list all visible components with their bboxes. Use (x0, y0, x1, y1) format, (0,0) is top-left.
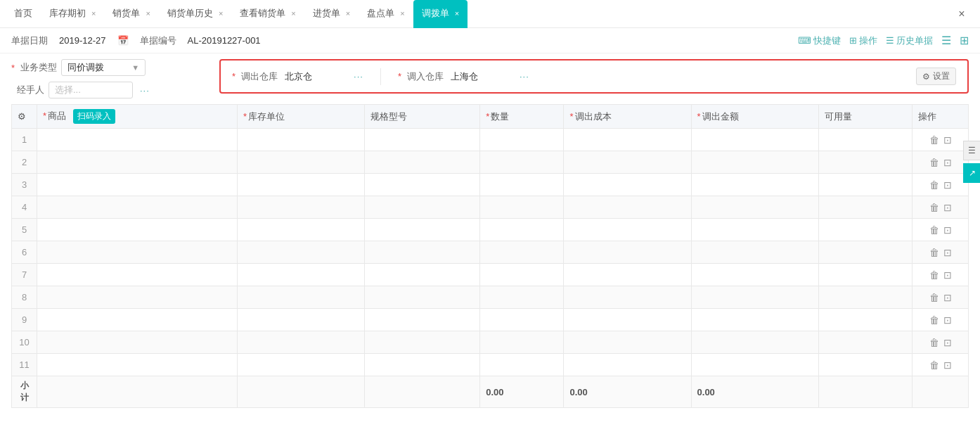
delete-icon[interactable]: 🗑 (929, 224, 939, 236)
operations-btn[interactable]: ⊞ 操作 (849, 34, 877, 47)
cell-qty[interactable] (480, 129, 564, 151)
tab-purchase[interactable]: 进货单 × (304, 0, 359, 28)
tab-sales-order-close[interactable]: × (146, 9, 150, 18)
cell-available[interactable] (818, 354, 912, 376)
tab-sales-history-close[interactable]: × (219, 9, 223, 18)
cell-unit[interactable] (237, 264, 364, 286)
cell-product[interactable] (37, 354, 238, 376)
cell-cost[interactable] (564, 151, 691, 174)
delete-icon[interactable]: 🗑 (929, 134, 939, 146)
cell-available[interactable] (818, 264, 912, 286)
cell-available[interactable] (818, 309, 912, 331)
cell-spec[interactable] (365, 151, 480, 174)
delete-icon[interactable]: 🗑 (929, 337, 939, 348)
cell-available[interactable] (818, 331, 912, 354)
cell-spec[interactable] (365, 219, 480, 241)
tab-sales-history[interactable]: 销货单历史 × (159, 0, 231, 28)
tab-inventory-init[interactable]: 库存期初 × (41, 0, 104, 28)
tab-home[interactable]: 首页 (6, 0, 41, 28)
cell-unit[interactable] (237, 219, 364, 241)
cell-product[interactable] (37, 286, 238, 309)
layout1-btn[interactable]: ☰ (941, 34, 951, 47)
cell-unit[interactable] (237, 129, 364, 151)
cell-available[interactable] (818, 196, 912, 219)
tab-stocktake[interactable]: 盘点单 × (359, 0, 413, 28)
cell-qty[interactable] (480, 151, 564, 174)
cell-available[interactable] (818, 151, 912, 174)
cell-qty[interactable] (480, 196, 564, 219)
cell-product[interactable] (37, 151, 238, 174)
copy-icon[interactable]: ⊡ (943, 179, 952, 191)
cell-product[interactable] (37, 264, 238, 286)
tab-view-sales-close[interactable]: × (291, 9, 295, 18)
tab-transfer-close[interactable]: × (455, 9, 459, 18)
cell-amount[interactable] (691, 219, 818, 241)
cell-available[interactable] (818, 129, 912, 151)
cell-qty[interactable] (480, 331, 564, 354)
copy-icon[interactable]: ⊡ (943, 292, 952, 303)
cell-qty[interactable] (480, 309, 564, 331)
cell-available[interactable] (818, 286, 912, 309)
cell-spec[interactable] (365, 241, 480, 264)
cell-spec[interactable] (365, 331, 480, 354)
delete-icon[interactable]: 🗑 (929, 179, 939, 191)
cell-product[interactable] (37, 219, 238, 241)
cell-unit[interactable] (237, 241, 364, 264)
cell-amount[interactable] (691, 196, 818, 219)
cell-spec[interactable] (365, 286, 480, 309)
copy-icon[interactable]: ⊡ (943, 337, 952, 348)
cell-amount[interactable] (691, 174, 818, 196)
copy-icon[interactable]: ⊡ (943, 224, 952, 236)
cell-cost[interactable] (564, 174, 691, 196)
cell-cost[interactable] (564, 219, 691, 241)
cell-qty[interactable] (480, 354, 564, 376)
cell-qty[interactable] (480, 174, 564, 196)
cell-product[interactable] (37, 196, 238, 219)
cell-cost[interactable] (564, 241, 691, 264)
copy-icon[interactable]: ⊡ (943, 202, 952, 213)
cell-cost[interactable] (564, 331, 691, 354)
tab-stocktake-close[interactable]: × (400, 9, 404, 18)
cell-qty[interactable] (480, 264, 564, 286)
cell-cost[interactable] (564, 286, 691, 309)
in-warehouse-more-icon[interactable]: ··· (520, 71, 529, 82)
delete-icon[interactable]: 🗑 (929, 202, 939, 213)
cell-spec[interactable] (365, 354, 480, 376)
tab-inventory-init-close[interactable]: × (91, 9, 96, 18)
delete-icon[interactable]: 🗑 (929, 359, 939, 371)
cell-unit[interactable] (237, 196, 364, 219)
cell-spec[interactable] (365, 129, 480, 151)
copy-icon[interactable]: ⊡ (943, 269, 952, 281)
cell-amount[interactable] (691, 286, 818, 309)
layout2-btn[interactable]: ⊞ (960, 34, 969, 47)
copy-icon[interactable]: ⊡ (943, 247, 952, 258)
cell-cost[interactable] (564, 264, 691, 286)
handler-more-icon[interactable]: ··· (140, 85, 150, 96)
tab-transfer[interactable]: 调拨单 × (413, 0, 468, 28)
cell-product[interactable] (37, 174, 238, 196)
delete-icon[interactable]: 🗑 (929, 157, 939, 168)
out-warehouse-more-icon[interactable]: ··· (354, 71, 363, 82)
cell-spec[interactable] (365, 174, 480, 196)
cell-amount[interactable] (691, 264, 818, 286)
cell-cost[interactable] (564, 129, 691, 151)
cell-unit[interactable] (237, 309, 364, 331)
cell-unit[interactable] (237, 151, 364, 174)
cell-spec[interactable] (365, 264, 480, 286)
cell-qty[interactable] (480, 286, 564, 309)
copy-icon[interactable]: ⊡ (943, 314, 952, 326)
cell-cost[interactable] (564, 354, 691, 376)
cell-unit[interactable] (237, 331, 364, 354)
cell-product[interactable] (37, 129, 238, 151)
cell-amount[interactable] (691, 309, 818, 331)
cell-qty[interactable] (480, 219, 564, 241)
delete-icon[interactable]: 🗑 (929, 292, 939, 303)
cell-unit[interactable] (237, 286, 364, 309)
handler-select[interactable]: 选择... (49, 82, 133, 98)
cell-amount[interactable] (691, 129, 818, 151)
window-close-button[interactable]: × (949, 1, 974, 27)
cell-spec[interactable] (365, 196, 480, 219)
cell-spec[interactable] (365, 309, 480, 331)
delete-icon[interactable]: 🗑 (929, 247, 939, 258)
cell-cost[interactable] (564, 309, 691, 331)
